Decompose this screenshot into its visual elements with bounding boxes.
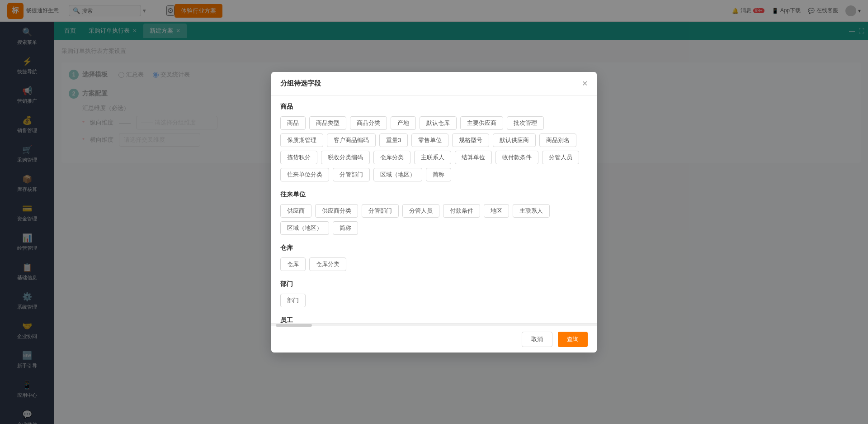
- field-select-modal: 分组待选字段 ✕ 商品 商品 商品类型 商品分类 产地 默认仓库 主要供应商 批…: [271, 72, 597, 353]
- field-tag-warehouse-仓库[interactable]: 仓库: [280, 257, 306, 271]
- modal-close-button[interactable]: ✕: [582, 79, 588, 88]
- confirm-button[interactable]: 查询: [558, 332, 588, 347]
- field-tag-product-仓库分类[interactable]: 仓库分类: [373, 151, 410, 164]
- field-group-counterpart-title: 往来单位: [280, 191, 588, 199]
- field-tag-product-重量3[interactable]: 重量3: [379, 133, 408, 147]
- field-tag-product-分管部门[interactable]: 分管部门: [333, 168, 370, 181]
- field-group-warehouse-title: 仓库: [280, 244, 588, 252]
- field-group-product-tags: 商品 商品类型 商品分类 产地 默认仓库 主要供应商 批次管理 保质期管理 客户…: [280, 116, 588, 181]
- modal-body: 商品 商品 商品类型 商品分类 产地 默认仓库 主要供应商 批次管理 保质期管理…: [271, 95, 597, 323]
- field-tag-product-往来单位分类[interactable]: 往来单位分类: [280, 168, 329, 181]
- field-tag-counterpart-供应商[interactable]: 供应商: [280, 204, 311, 218]
- field-group-product: 商品 商品 商品类型 商品分类 产地 默认仓库 主要供应商 批次管理 保质期管理…: [280, 103, 588, 181]
- field-tag-product-默认仓库[interactable]: 默认仓库: [420, 116, 457, 130]
- field-group-warehouse: 仓库 仓库 仓库分类: [280, 244, 588, 271]
- field-group-department: 部门 部门: [280, 280, 588, 307]
- cancel-button[interactable]: 取消: [522, 332, 552, 347]
- modal-footer: 取消 查询: [271, 326, 597, 353]
- field-tag-product-区域地区[interactable]: 区域（地区）: [373, 168, 422, 181]
- field-tag-product-商品分类[interactable]: 商品分类: [350, 116, 387, 130]
- field-group-department-tags: 部门: [280, 294, 588, 307]
- field-tag-product-产地[interactable]: 产地: [391, 116, 416, 130]
- field-group-counterpart-tags: 供应商 供应商分类 分管部门 分管人员 付款条件 地区 主联系人 区域（地区） …: [280, 204, 588, 235]
- field-tag-counterpart-分管人员[interactable]: 分管人员: [402, 204, 439, 218]
- field-tag-warehouse-仓库分类[interactable]: 仓库分类: [309, 257, 346, 271]
- field-group-department-title: 部门: [280, 280, 588, 288]
- modal-overlay: 分组待选字段 ✕ 商品 商品 商品类型 商品分类 产地 默认仓库 主要供应商 批…: [0, 0, 868, 424]
- field-tag-product-简称[interactable]: 简称: [426, 168, 451, 181]
- modal-horizontal-scrollbar[interactable]: [271, 323, 597, 326]
- field-tag-product-商品别名[interactable]: 商品别名: [539, 133, 576, 147]
- field-tag-product-客户商品编码[interactable]: 客户商品编码: [327, 133, 376, 147]
- field-tag-product-结算单位[interactable]: 结算单位: [455, 151, 492, 164]
- field-group-counterpart: 往来单位 供应商 供应商分类 分管部门 分管人员 付款条件 地区 主联系人 区域…: [280, 191, 588, 235]
- field-tag-product-收付款条件[interactable]: 收付款条件: [495, 151, 538, 164]
- field-tag-counterpart-地区[interactable]: 地区: [484, 204, 509, 218]
- field-tag-counterpart-付款条件[interactable]: 付款条件: [443, 204, 480, 218]
- field-tag-product-批次管理[interactable]: 批次管理: [507, 116, 544, 130]
- field-tag-counterpart-分管部门[interactable]: 分管部门: [362, 204, 399, 218]
- field-tag-product-规格型号[interactable]: 规格型号: [452, 133, 489, 147]
- field-group-product-title: 商品: [280, 103, 588, 111]
- modal-header: 分组待选字段 ✕: [271, 72, 597, 95]
- field-tag-product-税收分类编码[interactable]: 税收分类编码: [321, 151, 370, 164]
- field-group-employee-title: 员工: [280, 316, 588, 323]
- field-tag-department-部门[interactable]: 部门: [280, 294, 306, 307]
- field-tag-product-主联系人[interactable]: 主联系人: [414, 151, 451, 164]
- field-tag-product-主要供应商[interactable]: 主要供应商: [460, 116, 503, 130]
- field-tag-product-默认供应商[interactable]: 默认供应商: [493, 133, 536, 147]
- field-group-warehouse-tags: 仓库 仓库分类: [280, 257, 588, 271]
- field-tag-product-商品类型[interactable]: 商品类型: [309, 116, 346, 130]
- field-tag-counterpart-区域地区[interactable]: 区域（地区）: [280, 221, 329, 235]
- field-tag-counterpart-简称[interactable]: 简称: [333, 221, 358, 235]
- field-tag-product-分管人员[interactable]: 分管人员: [542, 151, 579, 164]
- field-tag-counterpart-供应商分类[interactable]: 供应商分类: [315, 204, 358, 218]
- field-tag-product-商品[interactable]: 商品: [280, 116, 306, 130]
- modal-hscroll-thumb[interactable]: [276, 324, 312, 327]
- field-tag-product-保质期管理[interactable]: 保质期管理: [280, 133, 323, 147]
- field-tag-counterpart-主联系人[interactable]: 主联系人: [513, 204, 550, 218]
- modal-title: 分组待选字段: [280, 79, 321, 88]
- field-tag-product-零售单位[interactable]: 零售单位: [411, 133, 448, 147]
- field-tag-product-拣货积分[interactable]: 拣货积分: [280, 151, 317, 164]
- field-group-employee: 员工 业务员: [280, 316, 588, 323]
